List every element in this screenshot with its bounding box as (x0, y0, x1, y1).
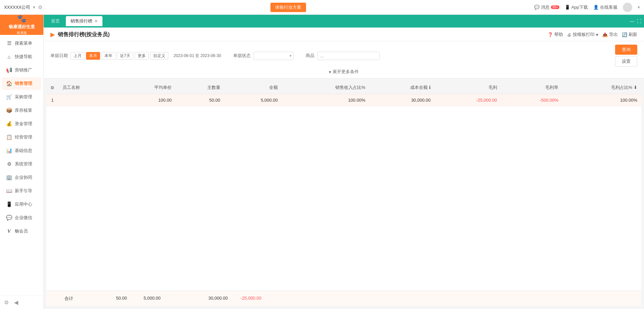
sidebar-item-apps[interactable]: 📱 应用中心 (2, 198, 41, 211)
template-print-btn[interactable]: 🖨 按模板打印 ▾ (567, 32, 598, 38)
sidebar-item-search[interactable]: ☰ 搜索菜单 (2, 37, 41, 50)
message-item[interactable]: 💬 消息 99+ (534, 4, 559, 10)
top-bar-left: XXXXXX公司 ▾ ⚙ (4, 4, 42, 10)
top-bar-center: 体验行业方案 (270, 3, 306, 12)
sidebar-label-sales: 销售管理 (15, 81, 32, 87)
cell-quantity: 50.00 (176, 94, 224, 106)
th-quantity: 主数量 (176, 81, 224, 94)
back-arrow-icon[interactable]: ▶ (50, 31, 55, 38)
collapse-icon[interactable]: ◀ (14, 299, 18, 306)
cell-gross-ratio: 100.00% (562, 94, 641, 106)
funds-icon: 💰 (6, 121, 12, 127)
home-tab-label: 首页 (51, 18, 60, 24)
top-bar: XXXXXX公司 ▾ ⚙ 体验行业方案 💬 消息 99+ 📱 App下载 👤 在… (0, 0, 644, 15)
sidebar-item-wechat[interactable]: 💬 企业微信 (2, 211, 41, 224)
refresh-btn[interactable]: 🔄 刷新 (622, 32, 637, 38)
operations-icon: 📋 (6, 134, 12, 140)
footer-avg-price (77, 294, 104, 303)
sidebar-item-operations[interactable]: 📋 经营管理 (2, 131, 41, 144)
marketing-icon: 📢 (6, 67, 12, 73)
page-header: ▶ 销售排行榜(按业务员) ❓ 帮助 🖨 按模板打印 ▾ 📤 (44, 28, 644, 41)
sidebar-item-basic[interactable]: 📊 基础信息 (2, 144, 41, 157)
th-settings: ⚙ (46, 81, 58, 94)
tab-bar-right: — ⛶ (630, 19, 641, 24)
goods-input[interactable] (317, 52, 380, 60)
th-name: 员工名称 (58, 81, 117, 94)
query-btn[interactable]: 查询 (615, 45, 637, 55)
last-7days-btn[interactable]: 近7天 (117, 52, 133, 60)
online-service-item[interactable]: 👤 在线客服 (593, 4, 617, 10)
sales-ranking-tab-label: 销售排行榜 (71, 18, 92, 24)
date-range-text: 2023-06-01 至 2023-06-30 (174, 53, 221, 59)
tab-close-icon[interactable]: ✕ (94, 19, 98, 23)
sidebar-menu: ☰ 搜索菜单 ⌂ 快捷导航 📢 营销推广 🏠 销售管理 🛒 采购管理 📦 库 (0, 35, 43, 296)
th-sales-ratio: 销售收入占比% (282, 81, 370, 94)
th-gross: 毛利 (435, 81, 501, 94)
help-icon: ❓ (548, 32, 553, 37)
service-icon: 👤 (593, 5, 599, 10)
search-icon: ☰ (6, 40, 12, 46)
sidebar-item-inventory[interactable]: 📦 库存核算 (2, 104, 41, 117)
wechat-icon: 💬 (6, 215, 12, 221)
tab-sales-ranking[interactable]: 销售排行榜 ✕ (66, 16, 102, 26)
table-area: ⚙ 员工名称 平均单价 主数量 全额 销售收入占比% 成本全额 ℹ 毛利 毛利率 (46, 81, 641, 306)
sidebar-item-purchase[interactable]: 🛒 采购管理 (2, 91, 41, 103)
expand-more-btn[interactable]: ▾ 展开更多条件 (329, 69, 359, 75)
sidebar-item-enterprise[interactable]: 🏢 企业协同 (2, 171, 41, 184)
sidebar-item-quick[interactable]: ⌂ 快捷导航 (2, 50, 41, 63)
doc-status-select[interactable] (253, 52, 294, 60)
sidebar-item-member[interactable]: V 畅会员 (2, 225, 41, 238)
main-content: 首页 销售排行榜 ✕ — ⛶ ▶ 销售排行榜(按业务员) ❓ (44, 15, 644, 309)
table-footer: 合计 50.00 5,000.00 30,000.00 -25,000.00 (46, 291, 641, 306)
settings-icon[interactable]: ⚙ (38, 4, 42, 10)
cost-info-icon[interactable]: ℹ (429, 85, 431, 90)
more-date-btn[interactable]: 更多 (135, 52, 149, 60)
sidebar-label-system: 系统管理 (15, 161, 32, 167)
help-btn[interactable]: ❓ 帮助 (548, 32, 563, 38)
message-icon: 💬 (534, 5, 540, 10)
home-icon: ⌂ (6, 54, 12, 60)
rankings-table: ⚙ 员工名称 平均单价 主数量 全额 销售收入占比% 成本全额 ℹ 毛利 毛利率 (46, 81, 641, 106)
gross-ratio-sort-icon[interactable]: ⬇ (634, 85, 637, 90)
table-settings-icon[interactable]: ⚙ (50, 85, 54, 90)
expand-icon[interactable]: ⛶ (637, 19, 641, 24)
cell-rank: 1 (46, 94, 58, 106)
company-dropdown-icon[interactable]: ▾ (33, 5, 35, 10)
cell-sales-ratio: 100.00% (282, 94, 370, 106)
export-icon: 📤 (602, 32, 608, 37)
sidebar-label-operations: 经营管理 (15, 134, 32, 140)
footer-quantity: 50.00 (104, 294, 131, 303)
custom-date-btn[interactable]: 自定义 (150, 52, 168, 60)
refresh-icon: 🔄 (622, 32, 627, 37)
th-avg-price: 平均单价 (117, 81, 175, 94)
this-month-btn[interactable]: 本月 (86, 52, 100, 60)
try-industry-btn[interactable]: 体验行业方案 (270, 3, 306, 12)
tab-home[interactable]: 首页 (46, 16, 65, 26)
minimize-icon[interactable]: — (630, 19, 634, 24)
gear-icon[interactable]: ⚙ (4, 299, 9, 306)
sidebar-item-guide[interactable]: 📖 新手引导 (2, 185, 41, 197)
th-amount: 全额 (224, 81, 282, 94)
export-btn[interactable]: 📤 导出 (602, 32, 618, 38)
user-name: ▾ (638, 5, 640, 10)
sidebar-label-purchase: 采购管理 (15, 94, 32, 100)
sidebar-item-sales[interactable]: 🏠 销售管理 (2, 77, 41, 90)
sidebar-item-funds[interactable]: 💰 资金管理 (2, 117, 41, 130)
footer-gross: -25,000.00 (232, 294, 265, 303)
message-label: 消息 (541, 4, 550, 10)
app-download-item[interactable]: 📱 App下载 (565, 4, 588, 10)
tab-bar: 首页 销售排行榜 ✕ — ⛶ (44, 15, 644, 28)
filter-settings-btn[interactable]: 设置 (615, 56, 637, 67)
sidebar-item-marketing[interactable]: 📢 营销推广 (2, 64, 41, 76)
basic-icon: 📊 (6, 148, 12, 154)
sidebar-item-system[interactable]: ⚙ 系统管理 (2, 158, 41, 170)
sidebar-label-inventory: 库存核算 (15, 107, 32, 113)
date-filter-item: 单据日期 上月 本月 本年 近7天 更多 自定义 (50, 52, 168, 60)
app-label: App下载 (571, 4, 588, 10)
purchase-icon: 🛒 (6, 94, 12, 100)
system-icon: ⚙ (6, 161, 12, 167)
this-year-btn[interactable]: 本年 (101, 52, 116, 60)
sidebar-label-quick: 快捷导航 (15, 54, 32, 60)
last-month-btn[interactable]: 上月 (71, 52, 85, 60)
avatar[interactable] (623, 3, 632, 12)
